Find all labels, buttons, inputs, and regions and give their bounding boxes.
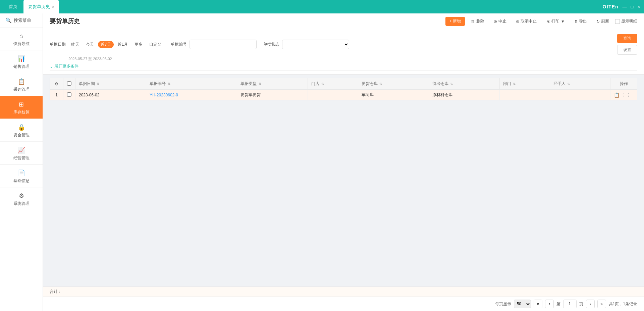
- type-column-label: 单据类型: [240, 81, 257, 86]
- page-label: 第: [556, 301, 560, 307]
- print-icon: 🖨: [546, 19, 550, 24]
- row-store: [308, 90, 358, 100]
- row-edit-icon[interactable]: 📋: [614, 92, 620, 98]
- print-label: 打印: [551, 18, 559, 24]
- search-icon: 🔍: [5, 17, 12, 24]
- sidebar-item-basic-info[interactable]: 📄 基础信息: [0, 165, 43, 187]
- date-range-text: 2023-05-27 至 2023-06-02: [68, 57, 112, 61]
- date-pill-custom[interactable]: 自定义: [147, 41, 164, 48]
- sidebar-item-ops-label: 经营管理: [13, 155, 30, 161]
- main-content: 要货单历史 + 新增 🗑 删除 ⊘ 中止 ⊙ 取消中止: [43, 13, 644, 311]
- operation-column-header: 操作: [610, 78, 637, 90]
- number-column-label: 单据编号: [150, 81, 166, 86]
- date-pill-yesterday[interactable]: 昨天: [68, 41, 82, 48]
- sidebar-item-sales-mgmt[interactable]: 📊 销售管理: [0, 50, 43, 73]
- prev-page-button[interactable]: ‹: [545, 300, 554, 308]
- row-action-icons: 📋 ⋮⋮: [614, 92, 634, 98]
- date-pill-more[interactable]: 更多: [132, 41, 145, 48]
- sidebar-item-ops-mgmt[interactable]: 📈 经营管理: [0, 142, 43, 165]
- tab-home[interactable]: 首页: [4, 0, 22, 13]
- number-sort-icon[interactable]: ⇅: [168, 82, 170, 86]
- date-filter-label: 单据日期: [50, 42, 66, 47]
- search-menu[interactable]: 🔍 搜索菜单: [0, 13, 43, 28]
- cancel-suspend-button[interactable]: ⊙ 取消中止: [513, 17, 540, 26]
- sidebar-item-system-label: 系统管理: [13, 201, 30, 207]
- date-column-label: 单据日期: [79, 81, 95, 86]
- search-menu-label: 搜索菜单: [14, 17, 31, 24]
- row-checkbox[interactable]: [67, 92, 71, 97]
- type-sort-icon[interactable]: ⇅: [259, 82, 261, 86]
- sidebar-item-finance-mgmt[interactable]: 🔒 资金管理: [0, 119, 43, 142]
- column-settings-icon[interactable]: ⚙: [55, 82, 58, 86]
- row-handler: [550, 90, 610, 100]
- select-all-checkbox[interactable]: [67, 81, 71, 86]
- expand-arrow-icon: ⌄: [50, 64, 53, 69]
- minimize-button[interactable]: —: [623, 4, 627, 9]
- doc-number-filter-group: 单据编号: [171, 40, 257, 49]
- add-button[interactable]: + 新增: [445, 17, 465, 26]
- handler-sort-icon[interactable]: ⇅: [567, 82, 570, 86]
- refresh-button[interactable]: ↻ 刷新: [593, 17, 612, 26]
- close-button[interactable]: ×: [637, 4, 640, 9]
- delete-button[interactable]: 🗑 删除: [468, 17, 488, 26]
- status-select[interactable]: [282, 40, 349, 49]
- export-button[interactable]: ⬆ 导出: [571, 17, 590, 26]
- store-sort-icon[interactable]: ⇅: [321, 82, 324, 86]
- suspend-label: 中止: [498, 18, 506, 24]
- row-index: 1: [50, 90, 63, 100]
- date-pill-7days[interactable]: 近7天: [98, 41, 114, 48]
- settings-column-header[interactable]: ⚙: [50, 78, 63, 90]
- row-department: [500, 90, 550, 100]
- checkbox-column-header: [63, 78, 75, 90]
- req-warehouse-sort-icon[interactable]: ⇅: [379, 82, 382, 86]
- next-page-button[interactable]: ›: [586, 300, 595, 308]
- req-warehouse-column-label: 要货仓库: [362, 81, 378, 86]
- first-page-button[interactable]: «: [534, 300, 542, 308]
- query-button[interactable]: 查询: [617, 34, 637, 43]
- department-sort-icon[interactable]: ⇅: [513, 82, 516, 86]
- status-filter-group: 单据状态: [263, 40, 349, 49]
- req-warehouse-column-header: 要货仓库 ⇅: [358, 78, 429, 90]
- page-title: 要货单历史: [50, 17, 80, 25]
- row-delete-icon[interactable]: ⋮⋮: [622, 92, 631, 98]
- doc-number-link[interactable]: YH-20230602-0: [150, 93, 178, 97]
- tab-requisition-history[interactable]: 要货单历史 ×: [23, 0, 59, 13]
- status-label: 单据状态: [263, 42, 279, 47]
- settings-button[interactable]: 设置: [617, 45, 637, 55]
- inventory-icon: ⊞: [19, 101, 24, 108]
- page-number-input[interactable]: [563, 300, 577, 308]
- last-page-button[interactable]: »: [597, 300, 606, 308]
- home-tab-label: 首页: [9, 4, 17, 10]
- system-icon: ⚙: [19, 192, 24, 199]
- doc-number-input[interactable]: [190, 40, 257, 49]
- table-header-row: ⚙ 单据日期 ⇅ 单据编号 ⇅: [50, 78, 637, 90]
- sidebar-item-quick-nav[interactable]: ⌂ 快捷导航: [0, 28, 43, 50]
- date-pill-today[interactable]: 今天: [83, 41, 97, 48]
- date-sort-icon[interactable]: ⇅: [97, 82, 99, 86]
- delete-label: 删除: [476, 18, 484, 24]
- print-button[interactable]: 🖨 打印 ▼: [543, 17, 568, 26]
- operation-column-label: 操作: [620, 81, 628, 86]
- sidebar-item-inventory[interactable]: ⊞ 库存核算: [0, 96, 43, 119]
- type-column-header: 单据类型 ⇅: [237, 78, 308, 90]
- pending-warehouse-sort-icon[interactable]: ⇅: [450, 82, 453, 86]
- display-detail-toggle[interactable]: 显示明细: [615, 18, 637, 24]
- cancel-suspend-icon: ⊙: [516, 19, 519, 24]
- print-dropdown-icon: ▼: [561, 19, 565, 24]
- sidebar-item-purchase-mgmt[interactable]: 📋 采购管理: [0, 73, 43, 96]
- display-detail-checkbox[interactable]: [615, 19, 620, 24]
- row-date: 2023-06-02: [75, 90, 146, 100]
- sidebar-item-system-mgmt[interactable]: ⚙ 系统管理: [0, 187, 43, 210]
- doc-number-label: 单据编号: [171, 42, 187, 47]
- main-layout: 🔍 搜索菜单 ⌂ 快捷导航 📊 销售管理 📋 采购管理 ⊞ 库存核算 🔒 资: [0, 13, 644, 311]
- page-size-select[interactable]: 50 100: [514, 300, 531, 308]
- suspend-button[interactable]: ⊘ 中止: [490, 17, 510, 26]
- tab-close-icon[interactable]: ×: [52, 5, 54, 9]
- filter-row-1: 单据日期 昨天 今天 近7天 近1月 更多 自定义 单据编号: [50, 34, 637, 55]
- cancel-suspend-label: 取消中止: [521, 18, 537, 24]
- expand-more-btn[interactable]: ⌄ 展开更多条件: [50, 63, 637, 69]
- maximize-button[interactable]: □: [631, 4, 634, 9]
- number-column-header: 单据编号 ⇅: [146, 78, 237, 90]
- sidebar-item-purchase-label: 采购管理: [13, 87, 30, 92]
- date-pill-1month[interactable]: 近1月: [115, 41, 131, 48]
